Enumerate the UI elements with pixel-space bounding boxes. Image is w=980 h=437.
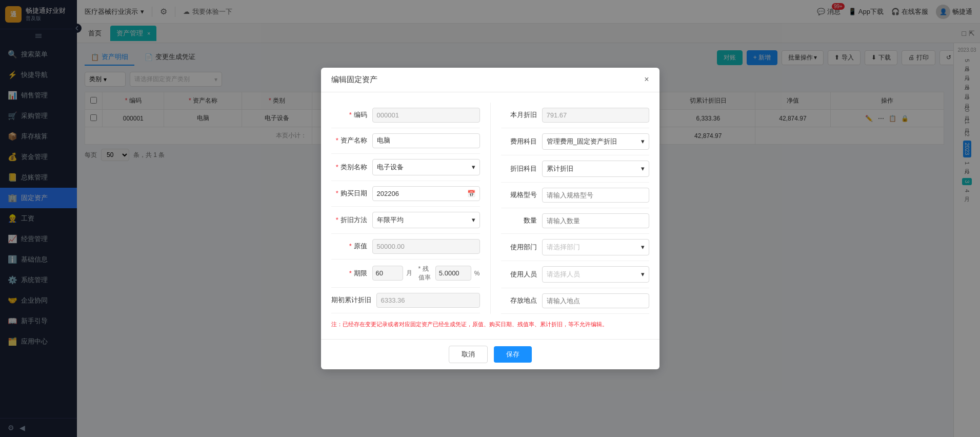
residual-label: * 残值率	[418, 265, 432, 282]
depraccount-chevron: ▾	[641, 165, 645, 172]
form-row-depraccount: 折旧科目 累计折旧 ▾	[501, 155, 649, 183]
code-label: 编码	[331, 110, 372, 120]
modal-body: 编码 资产名称 类别名称 电子设备 ▾	[321, 92, 659, 340]
spec-label: 规格型号	[501, 190, 542, 200]
form-row-purchasedate: 购买日期 202206 📅	[331, 181, 480, 207]
form-row-department: 使用部门 请选择部门 ▾	[501, 234, 649, 261]
form-right: 本月折旧 费用科目 管理费用_固定资产折旧 ▾ 折旧科目	[490, 103, 649, 314]
department-label: 使用部门	[501, 243, 542, 252]
monthlydepr-label: 本月折旧	[501, 110, 542, 120]
period-input[interactable]	[372, 266, 403, 281]
form-row-deprmethod: 折旧方法 年限平均 ▾	[331, 207, 480, 234]
cancel-btn[interactable]: 取消	[449, 346, 488, 363]
purchasedate-input[interactable]: 202206 📅	[372, 186, 480, 201]
depraccount-value: 累计折旧	[547, 164, 573, 173]
form-row-location: 存放地点	[501, 288, 649, 314]
depraccount-select[interactable]: 累计折旧 ▾	[542, 161, 649, 177]
edit-asset-modal: 编辑固定资产 × 编码 资产名称	[321, 68, 659, 370]
form-row-accumdepr: 期初累计折旧	[331, 288, 480, 313]
purchasedate-label: 购买日期	[331, 189, 372, 198]
form-row-category: 类别名称 电子设备 ▾	[331, 154, 480, 181]
form-row-quantity: 数量	[501, 208, 649, 234]
expenseaccount-label: 费用科目	[501, 137, 542, 146]
department-placeholder: 请选择部门	[547, 243, 580, 252]
accumdepr-label: 期初累计折旧	[331, 295, 376, 305]
expenseaccount-select[interactable]: 管理费用_固定资产折旧 ▾	[542, 133, 649, 150]
modal-close-btn[interactable]: ×	[644, 75, 649, 84]
period-group: 月 * 残值率 %	[372, 265, 480, 282]
form-row-monthlydepr: 本月折旧	[501, 103, 649, 128]
form-grid: 编码 资产名称 类别名称 电子设备 ▾	[331, 103, 649, 314]
period-unit: 月	[406, 269, 412, 277]
user-placeholder: 请选择人员	[547, 270, 580, 279]
deprmethod-chevron-icon: ▾	[472, 216, 475, 224]
category-chevron-icon: ▾	[472, 163, 475, 171]
form-row-period: 期限 月 * 残值率 %	[331, 260, 480, 288]
spec-input[interactable]	[542, 188, 649, 203]
modal-note: 注：已经存在变更记录或者对应固定资产已经生成凭证，原值、购买日期、残值率、累计折…	[331, 320, 649, 329]
form-row-user: 使用人员 请选择人员 ▾	[501, 261, 649, 288]
department-chevron: ▾	[641, 243, 645, 251]
deprmethod-label: 折旧方法	[331, 215, 372, 225]
quantity-input[interactable]	[542, 213, 649, 228]
purchasedate-value: 202206	[377, 190, 399, 197]
residual-unit: %	[474, 270, 480, 277]
period-label: 期限	[331, 269, 372, 278]
modal-overlay: 编辑固定资产 × 编码 资产名称	[0, 0, 980, 437]
expenseaccount-chevron: ▾	[641, 137, 645, 145]
modal-footer: 取消 保存	[321, 339, 659, 369]
user-chevron: ▾	[641, 270, 645, 278]
category-value: 电子设备	[377, 163, 404, 172]
modal-header: 编辑固定资产 ×	[321, 68, 659, 92]
deprmethod-select[interactable]: 年限平均 ▾	[372, 212, 480, 228]
form-row-origvalue: 原值	[331, 234, 480, 260]
assetname-input[interactable]	[372, 133, 480, 148]
form-row-expenseaccount: 费用科目 管理费用_固定资产折旧 ▾	[501, 128, 649, 155]
user-select[interactable]: 请选择人员 ▾	[542, 266, 649, 283]
calendar-icon: 📅	[467, 190, 475, 197]
save-btn[interactable]: 保存	[494, 346, 532, 363]
monthlydepr-input[interactable]	[542, 108, 649, 123]
form-row-assetname: 资产名称	[331, 128, 480, 154]
residual-input[interactable]	[435, 266, 471, 281]
deprmethod-value: 年限平均	[377, 215, 404, 225]
origvalue-label: 原值	[331, 242, 372, 251]
category-label: 类别名称	[331, 163, 372, 172]
origvalue-input[interactable]	[372, 239, 480, 254]
form-row-spec: 规格型号	[501, 183, 649, 208]
assetname-label: 资产名称	[331, 136, 372, 145]
department-select[interactable]: 请选择部门 ▾	[542, 239, 649, 255]
location-input[interactable]	[542, 293, 649, 308]
form-row-code: 编码	[331, 103, 480, 128]
modal-title: 编辑固定资产	[331, 75, 377, 85]
code-input[interactable]	[372, 108, 480, 123]
expenseaccount-value: 管理费用_固定资产折旧	[547, 137, 617, 146]
user-label: 使用人员	[501, 270, 542, 279]
depraccount-label: 折旧科目	[501, 164, 542, 173]
accumdepr-input[interactable]	[376, 293, 480, 308]
quantity-label: 数量	[501, 216, 542, 225]
category-select[interactable]: 电子设备 ▾	[372, 159, 480, 175]
location-label: 存放地点	[501, 296, 542, 305]
form-left: 编码 资产名称 类别名称 电子设备 ▾	[331, 103, 490, 314]
